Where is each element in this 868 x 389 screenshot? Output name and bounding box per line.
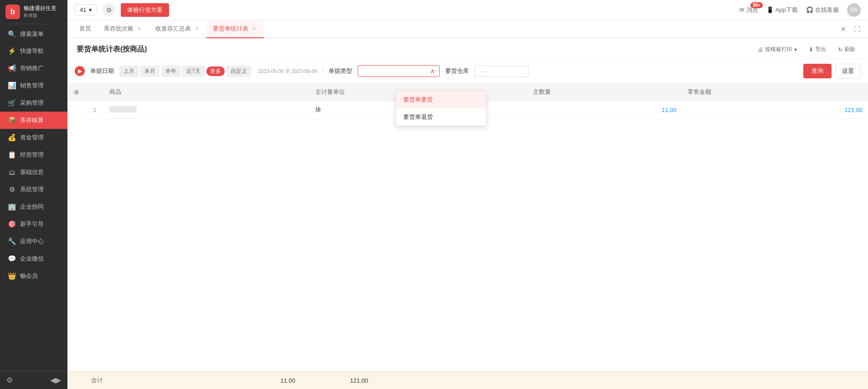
- filter-divider: [323, 67, 323, 76]
- finance-icon: 💰: [7, 133, 16, 142]
- messages-badge: 99+: [750, 2, 763, 8]
- page-title: 要货单统计表(按商品): [77, 45, 147, 54]
- app-logo-text: 畅捷通好生意 标准版: [24, 5, 56, 19]
- table-settings-icon[interactable]: ⚙: [74, 89, 79, 96]
- sidebar-item-member[interactable]: 👑 畅会员: [0, 267, 67, 285]
- tabbar-expand-button[interactable]: ⛶: [852, 24, 863, 35]
- row-product-cell: [104, 101, 310, 119]
- sidebar-item-marketing[interactable]: 📢 营销推广: [0, 60, 67, 77]
- row-index-cell: 1: [86, 101, 104, 119]
- date-filter-label: 单据日期: [90, 67, 114, 75]
- sidebar-item-enterprise[interactable]: 🏢 企业协同: [0, 198, 67, 215]
- type-filter-label: 单据类型: [329, 67, 352, 75]
- sidebar-item-sales[interactable]: 📊 销售管理: [0, 77, 67, 94]
- sidebar-item-wechat[interactable]: 💬 企业微信: [0, 250, 67, 267]
- filter-bar: ▶ 单据日期 上月 本月 本年 近7天 更多 自定义 2023-05-06 至 …: [67, 59, 868, 83]
- system-icon: ⚙: [7, 185, 16, 194]
- query-button[interactable]: 查询: [803, 64, 832, 78]
- sidebar-item-guide[interactable]: 🎯 新手引导: [0, 215, 67, 233]
- sales-icon: 📊: [7, 81, 16, 90]
- refresh-button[interactable]: ↻ 刷新: [834, 44, 859, 55]
- print-icon: 🖨: [758, 46, 763, 53]
- warehouse-filter-input[interactable]: ···: [474, 66, 529, 77]
- col-index: [86, 83, 104, 101]
- date-btn-more[interactable]: 更多: [206, 67, 225, 76]
- guide-icon: 🎯: [7, 220, 16, 229]
- dropdown-item-order-goods[interactable]: 要货单要货: [396, 91, 486, 108]
- operations-icon: 📋: [7, 150, 16, 159]
- trial-button[interactable]: 体验行业方案: [121, 3, 169, 17]
- settings-button[interactable]: 设置: [835, 64, 861, 78]
- basic-icon: 🗂: [7, 168, 16, 177]
- tabbar-actions: ✕ ⛶: [838, 24, 863, 35]
- tab-home[interactable]: 首页: [73, 20, 98, 38]
- tab-recv-summary[interactable]: 收发存汇总表 ×: [149, 20, 206, 38]
- tab-close-inventory-batch[interactable]: ×: [136, 26, 143, 32]
- service-icon: 🎧: [806, 6, 813, 13]
- print-button[interactable]: 🖨 按模板打印 ▾: [754, 44, 801, 55]
- col-product: 商品: [104, 83, 310, 101]
- sidebar-item-shortcut[interactable]: ⚡ 快捷导航: [0, 42, 67, 60]
- dropdown-item-order-return[interactable]: 要货单退货: [396, 108, 486, 126]
- export-icon: ⬇: [809, 46, 813, 53]
- messages-button[interactable]: ✉ 消息 99+: [740, 6, 758, 14]
- sidebar-item-operations[interactable]: 📋 经营管理: [0, 146, 67, 164]
- topbar-settings-button[interactable]: ⚙: [103, 4, 115, 16]
- inventory-icon: 📦: [7, 116, 16, 125]
- row-amount-cell[interactable]: 121.00: [682, 101, 868, 119]
- page-actions: 🖨 按模板打印 ▾ ⬇ 导出 ↻ 刷新: [754, 44, 859, 55]
- app-download-button[interactable]: 📱 App下载: [766, 6, 798, 14]
- sidebar-item-inventory[interactable]: 📦 库存核算: [0, 112, 67, 129]
- tab-order-summary[interactable]: 要货单统计表 ×: [206, 20, 264, 38]
- sidebar-search[interactable]: 🔍 搜索菜单: [0, 26, 67, 42]
- date-btn-last-month[interactable]: 上月: [119, 66, 139, 77]
- print-dropdown-icon: ▾: [794, 46, 797, 53]
- marketing-icon: 📢: [7, 64, 16, 73]
- row-quantity-cell[interactable]: 11.00: [528, 101, 682, 119]
- table-container: ⚙ 商品 主计量单位 主数量 零售金额 1: [67, 83, 868, 371]
- type-filter-clear[interactable]: ∧: [430, 67, 435, 75]
- row-settings-cell: [67, 101, 86, 119]
- sidebar-item-finance[interactable]: 💰 资金管理: [0, 129, 67, 146]
- tab-inventory-batch[interactable]: 库存批次账 ×: [98, 20, 149, 38]
- page-header: 要货单统计表(按商品) 🖨 按模板打印 ▾ ⬇ 导出 ↻ 刷新: [67, 38, 868, 59]
- sidebar-item-system[interactable]: ⚙ 系统管理: [0, 181, 67, 198]
- sidebar-item-basic[interactable]: 🗂 基础信息: [0, 164, 67, 181]
- app-logo-icon: b: [5, 5, 20, 19]
- table-footer: 合计 11.00 121.00: [67, 371, 868, 389]
- filter-expand-button[interactable]: ▶: [75, 66, 85, 76]
- tabbar: 首页 库存批次账 × 收发存汇总表 × 要货单统计表 × ✕ ⛶: [67, 20, 868, 38]
- product-placeholder: [109, 106, 137, 113]
- footer-settings-icon[interactable]: ⚙: [6, 376, 13, 384]
- filter-actions: 查询 设置: [803, 64, 861, 78]
- sidebar-logo: b 畅捷通好生意 标准版: [0, 0, 67, 24]
- sidebar: b 畅捷通好生意 标准版 🔍 搜索菜单 ⚡ 快捷导航 📢 营销推广 📊 销售管理…: [0, 0, 67, 389]
- tab-close-order-summary[interactable]: ×: [251, 26, 257, 32]
- warehouse-filter-label: 要货仓库: [445, 67, 469, 75]
- footer-collapse-icon[interactable]: ◀▶: [50, 376, 61, 384]
- export-button[interactable]: ⬇ 导出: [805, 44, 830, 55]
- page-content: 要货单统计表(按商品) 🖨 按模板打印 ▾ ⬇ 导出 ↻ 刷新 ▶: [67, 38, 868, 389]
- date-btn-custom[interactable]: 自定义: [226, 66, 251, 77]
- date-btn-this-month[interactable]: 本月: [140, 66, 159, 77]
- date-btn-7days[interactable]: 近7天: [182, 66, 205, 77]
- col-quantity: 主数量: [528, 83, 682, 101]
- member-icon: 👑: [7, 271, 16, 281]
- footer-quantity: 11.00: [264, 377, 301, 384]
- col-amount: 零售金额: [682, 83, 868, 101]
- tabbar-close-all-button[interactable]: ✕: [838, 24, 849, 35]
- main-content: 41 ▾ ⚙ 体验行业方案 ✉ 消息 99+ 📱 App下载 🎧 在线客服 Ri…: [67, 0, 868, 389]
- col-settings: ⚙: [67, 83, 86, 101]
- sidebar-item-app-center[interactable]: 🔧 应用中心: [0, 233, 67, 250]
- company-selector[interactable]: 41 ▾: [75, 4, 97, 15]
- topbar-left: 41 ▾ ⚙ 体验行业方案: [75, 3, 740, 17]
- sidebar-item-purchase[interactable]: 🛒 采购管理: [0, 94, 67, 112]
- topbar: 41 ▾ ⚙ 体验行业方案 ✉ 消息 99+ 📱 App下载 🎧 在线客服 Ri…: [67, 0, 868, 20]
- search-icon: 🔍: [7, 30, 16, 39]
- online-service-button[interactable]: 🎧 在线客服: [806, 6, 839, 14]
- tab-close-recv-summary[interactable]: ×: [194, 26, 200, 32]
- type-filter-select[interactable]: ∧: [358, 65, 440, 77]
- date-btn-this-year[interactable]: 本年: [161, 66, 180, 77]
- warehouse-more-icon[interactable]: ···: [482, 68, 487, 75]
- user-avatar[interactable]: Rit: [847, 3, 861, 17]
